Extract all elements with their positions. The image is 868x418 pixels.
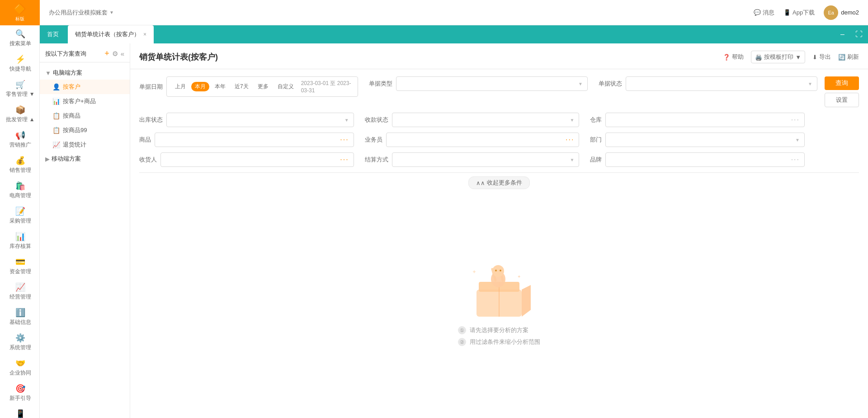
date-label: 单据日期 bbox=[139, 83, 163, 91]
tab-home[interactable]: 首页 bbox=[40, 25, 66, 43]
panel-settings-btn[interactable]: ⚙ bbox=[112, 50, 118, 58]
app-download-icon: 📱 bbox=[783, 9, 791, 16]
svg-text:✦: ✦ bbox=[472, 269, 476, 275]
date-filter[interactable]: 上月 本月 本年 近7天 更多 自定义 2023-03-01 至 2023-03… bbox=[166, 76, 358, 97]
date-tab-custom[interactable]: 自定义 bbox=[274, 82, 297, 91]
help-icon: ❓ bbox=[723, 54, 730, 61]
salesperson-filter[interactable]: ··· bbox=[386, 133, 580, 147]
collapse-up-icon: ∧∧ bbox=[476, 180, 485, 186]
sidebar-item-sales[interactable]: 💰 销售管理 bbox=[0, 152, 39, 177]
scheme-label-product99: 按商品99 bbox=[63, 126, 87, 134]
product-icon: 📋 bbox=[52, 112, 60, 119]
department-filter[interactable]: ▼ bbox=[605, 133, 805, 147]
settlement-chevron: ▼ bbox=[570, 157, 574, 162]
panel-add-btn[interactable]: + bbox=[104, 49, 109, 58]
sidebar-item-enterprise[interactable]: 🤝 企业协同 bbox=[0, 355, 39, 380]
scheme-group-desktop-header[interactable]: ▼ 电脑端方案 bbox=[40, 66, 130, 80]
title-actions: ❓ 帮助 🖨️ 按模板打印 ▼ ⬇ 导出 🔄 刷新 bbox=[723, 51, 859, 63]
scheme-item-by-customer[interactable]: 👤 按客户 bbox=[40, 80, 130, 94]
empty-hint-2: ② 用过滤条件来缩小分析范围 bbox=[458, 338, 540, 346]
date-tab-last-month[interactable]: 上月 bbox=[171, 82, 189, 91]
print-btn[interactable]: 🖨️ 按模板打印 ▼ bbox=[751, 51, 805, 63]
user-info[interactable]: Ea demo2 bbox=[824, 5, 859, 20]
tab-maximize-icon[interactable]: ⛶ bbox=[850, 30, 868, 38]
hint-num-2: ② bbox=[458, 338, 466, 346]
product-filter[interactable]: ··· bbox=[155, 133, 354, 147]
tab-close-icon[interactable]: × bbox=[143, 31, 146, 38]
sidebar-item-system[interactable]: ⚙️ 系统管理 bbox=[0, 329, 39, 355]
panel-collapse-btn[interactable]: « bbox=[121, 50, 124, 57]
apps-icon: 📱 bbox=[15, 409, 25, 418]
empty-hints: ① 请先选择要分析的方案 ② 用过滤条件来缩小分析范围 bbox=[458, 326, 540, 346]
app-download-action[interactable]: 📱 App下载 bbox=[783, 9, 815, 17]
sidebar-item-wholesale[interactable]: 📦 批发管理 ▲ bbox=[0, 101, 39, 127]
main-wrapper: 办公用品行业模拟账套 ▼ 💬 消息 📱 App下载 Ea demo2 首页 bbox=[40, 0, 868, 418]
help-action[interactable]: ❓ 帮助 bbox=[723, 53, 744, 61]
marketing-icon: 📢 bbox=[15, 130, 25, 140]
sidebar-label-system: 系统管理 bbox=[9, 344, 31, 351]
warehouse-filter[interactable]: ··· bbox=[605, 113, 805, 127]
doc-type-filter[interactable]: ▼ bbox=[396, 76, 588, 91]
doc-status-chevron: ▼ bbox=[808, 81, 812, 86]
out-status-filter[interactable]: ▼ bbox=[166, 113, 354, 127]
data-area: ✦ ✦ ① 请先选择要分析的方案 ② 用过滤条件来缩小分析范围 bbox=[130, 193, 868, 418]
date-tab-more[interactable]: 更多 bbox=[254, 82, 272, 91]
group-name-mobile: 移动端方案 bbox=[52, 155, 81, 163]
sidebar-label-purchase: 采购管理 bbox=[9, 218, 31, 224]
message-action[interactable]: 💬 消息 bbox=[754, 9, 774, 17]
sidebar-item-search[interactable]: 🔍 搜索菜单 bbox=[0, 25, 39, 51]
sidebar-item-ecommerce[interactable]: 🛍️ 电商管理 bbox=[0, 177, 39, 203]
sidebar-item-basic[interactable]: ℹ️ 基础信息 bbox=[0, 304, 39, 329]
scheme-group-mobile-header[interactable]: ▶ 移动端方案 bbox=[40, 152, 130, 166]
refresh-action[interactable]: 🔄 刷新 bbox=[838, 53, 859, 61]
doc-type-chevron: ▼ bbox=[578, 81, 583, 86]
sidebar-label-basic: 基础信息 bbox=[9, 319, 31, 325]
date-tab-this-month[interactable]: 本月 bbox=[191, 82, 209, 91]
scheme-item-customer-product[interactable]: 📊 按客户+商品 bbox=[40, 94, 130, 109]
group-name-desktop: 电脑端方案 bbox=[53, 69, 82, 77]
collapse-button[interactable]: ∧∧ 收起更多条件 bbox=[468, 176, 530, 189]
scheme-item-return-stats[interactable]: 📈 退货统计 bbox=[40, 138, 130, 152]
empty-state: ✦ ✦ ① 请先选择要分析的方案 ② 用过滤条件来缩小分析范围 bbox=[458, 265, 540, 346]
message-icon: 💬 bbox=[754, 9, 761, 16]
export-label: 导出 bbox=[819, 53, 831, 61]
department-label: 部门 bbox=[590, 136, 602, 144]
date-tab-this-year[interactable]: 本年 bbox=[211, 82, 229, 91]
sidebar-item-purchase[interactable]: 📝 采购管理 bbox=[0, 203, 39, 228]
settlement-filter[interactable]: ▼ bbox=[392, 152, 580, 167]
sidebar-item-apps[interactable]: 📱 应用中心 bbox=[0, 405, 39, 418]
receiver-label: 收货人 bbox=[139, 156, 157, 164]
tab-active[interactable]: 销货单统计表（按客户） × bbox=[68, 25, 154, 43]
sidebar-item-newbie[interactable]: 🎯 新手引导 bbox=[0, 380, 39, 405]
sidebar-item-finance[interactable]: 💳 资金管理 bbox=[0, 253, 39, 279]
settings-button[interactable]: 设置 bbox=[825, 93, 859, 107]
quicknav-icon: ⚡ bbox=[15, 54, 25, 64]
collect-status-chevron: ▼ bbox=[570, 118, 574, 123]
sidebar-label-quicknav: 快捷导航 bbox=[9, 66, 31, 72]
sidebar-item-quicknav[interactable]: ⚡ 快捷导航 bbox=[0, 51, 39, 76]
brand-filter[interactable]: ··· bbox=[605, 152, 805, 167]
logo-icon: 🔶 bbox=[14, 3, 26, 15]
tab-home-label: 首页 bbox=[47, 30, 59, 38]
scheme-item-product99[interactable]: 📋 按商品99 bbox=[40, 123, 130, 138]
sidebar-item-operations[interactable]: 📈 经营管理 bbox=[0, 279, 39, 304]
left-panel: 按以下方案查询 + ⚙ « ▼ 电脑端方案 👤 按客户 bbox=[40, 43, 130, 418]
query-button[interactable]: 查询 bbox=[825, 76, 859, 90]
collect-status-filter[interactable]: ▼ bbox=[392, 113, 580, 127]
collapse-label: 收起更多条件 bbox=[487, 179, 522, 187]
export-action[interactable]: ⬇ 导出 bbox=[812, 53, 831, 61]
user-name: demo2 bbox=[841, 9, 859, 16]
date-tab-7days[interactable]: 近7天 bbox=[231, 82, 252, 91]
sidebar: 🔶 标版 🔍 搜索菜单 ⚡ 快捷导航 🛒 零售管理 ▼ 📦 批发管理 ▲ 📢 营… bbox=[0, 0, 40, 418]
sidebar-item-retail[interactable]: 🛒 零售管理 ▼ bbox=[0, 76, 39, 101]
app-selector[interactable]: 办公用品行业模拟账套 ▼ bbox=[49, 9, 114, 17]
sidebar-item-marketing[interactable]: 📢 营销推广 bbox=[0, 127, 39, 152]
product-label: 商品 bbox=[139, 136, 151, 144]
scheme-item-by-product[interactable]: 📋 按商品 bbox=[40, 109, 130, 123]
doc-status-filter[interactable]: ▼ bbox=[626, 76, 817, 91]
sidebar-item-inventory[interactable]: 📊 库存核算 bbox=[0, 228, 39, 253]
hint-text-1: 请先选择要分析的方案 bbox=[470, 326, 528, 334]
tab-minimize-icon[interactable]: – bbox=[835, 30, 850, 38]
app-selector-chevron: ▼ bbox=[109, 10, 114, 15]
receiver-filter[interactable]: ··· bbox=[160, 152, 354, 167]
